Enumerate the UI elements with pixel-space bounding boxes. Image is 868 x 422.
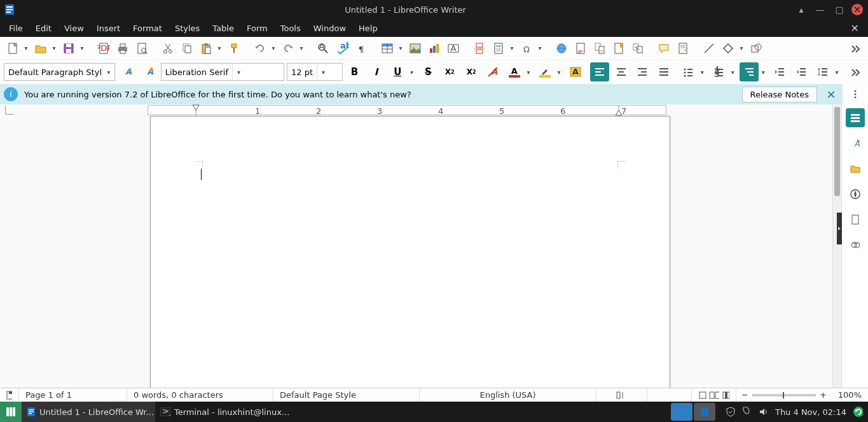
new-style-button[interactable]: A <box>139 62 158 81</box>
new-button[interactable] <box>4 39 22 57</box>
print-button[interactable] <box>114 39 132 57</box>
align-center-button[interactable] <box>612 62 631 81</box>
paste-dropdown[interactable] <box>215 39 224 57</box>
basic-shapes-button[interactable] <box>719 39 737 57</box>
menu-styles[interactable]: Styles <box>169 21 206 36</box>
sidebar-gallery-button[interactable] <box>846 159 865 178</box>
start-menu-button[interactable] <box>0 402 22 422</box>
redo-button[interactable] <box>279 39 297 57</box>
sidebar-style-inspector-button[interactable] <box>846 236 865 255</box>
taskbar-item-terminal[interactable]: >_ Terminal - linuxhint@linux... <box>155 402 289 422</box>
window-close-button[interactable]: ✕ <box>851 4 863 15</box>
sidebar-collapse-handle[interactable] <box>837 213 842 244</box>
document-viewport[interactable] <box>0 116 832 388</box>
paragraph-style-arrow[interactable] <box>102 64 114 80</box>
zoom-out-button[interactable]: − <box>741 390 748 400</box>
insert-cross-reference-button[interactable] <box>629 39 647 57</box>
tray-running-app[interactable] <box>694 403 715 421</box>
undo-dropdown[interactable] <box>269 39 278 57</box>
font-name-combo[interactable]: Liberation Serif <box>161 63 284 81</box>
page-style-indicator[interactable]: Default Page Style <box>273 388 420 402</box>
menu-file[interactable]: File <box>3 21 29 36</box>
save-status-icon[interactable] <box>0 388 19 402</box>
track-changes-button[interactable] <box>674 39 692 57</box>
spellcheck-button[interactable]: abc <box>333 39 351 57</box>
insert-symbol-dropdown[interactable] <box>535 39 544 57</box>
tray-shield-icon[interactable] <box>726 407 736 417</box>
insert-image-button[interactable] <box>406 39 424 57</box>
insert-textbox-button[interactable]: A <box>444 39 462 57</box>
paragraph-style-combo[interactable]: Default Paragraph Styl <box>4 63 115 81</box>
insert-page-break-button[interactable] <box>471 39 488 57</box>
tray-volume-icon[interactable] <box>759 407 769 417</box>
tray-clipboard-icon[interactable] <box>742 407 752 417</box>
basic-shapes-dropdown[interactable] <box>737 39 746 57</box>
subscript-button[interactable]: X2 <box>462 62 481 81</box>
highlight-color-dropdown[interactable] <box>555 62 563 81</box>
sidebar-styles-button[interactable]: A <box>846 134 865 153</box>
undo-button[interactable] <box>251 39 269 57</box>
view-layout[interactable] <box>692 388 736 402</box>
window-maximize-button[interactable]: ▢ <box>830 0 849 19</box>
insert-endnote-button[interactable] <box>591 39 609 57</box>
outline-list-dropdown[interactable] <box>759 62 768 81</box>
save-button[interactable] <box>60 39 78 57</box>
numbered-list-dropdown[interactable] <box>728 62 737 81</box>
numbered-list-button[interactable]: 123 <box>709 62 728 81</box>
document-close-button[interactable]: ✕ <box>844 22 865 34</box>
insert-table-dropdown[interactable] <box>396 39 405 57</box>
sidebar-navigator-button[interactable] <box>846 185 865 204</box>
word-count[interactable]: 0 words, 0 characters <box>127 388 273 402</box>
zoom-in-button[interactable]: + <box>820 390 827 400</box>
window-ontop-button[interactable]: ▴ <box>792 0 811 19</box>
character-dialog-button[interactable]: A <box>566 62 585 81</box>
line-spacing-button[interactable] <box>813 62 832 81</box>
font-color-button[interactable]: A <box>505 62 524 81</box>
menu-table[interactable]: Table <box>206 21 240 36</box>
zoom-percent[interactable]: 100% <box>832 388 868 402</box>
outline-list-button[interactable] <box>740 62 759 81</box>
insert-field-button[interactable] <box>490 39 507 57</box>
menu-format[interactable]: Format <box>127 21 169 36</box>
bullet-list-button[interactable] <box>679 62 698 81</box>
tray-update-icon[interactable] <box>853 407 863 417</box>
menu-view[interactable]: View <box>58 21 90 36</box>
underline-dropdown[interactable] <box>407 62 416 81</box>
clone-formatting-button[interactable] <box>225 39 243 57</box>
menu-edit[interactable]: Edit <box>29 21 58 36</box>
new-dropdown[interactable] <box>22 39 31 57</box>
page[interactable] <box>150 116 670 388</box>
cut-button[interactable] <box>159 39 177 57</box>
line-spacing-dropdown[interactable] <box>832 62 841 81</box>
insert-table-button[interactable] <box>378 39 396 57</box>
export-pdf-button[interactable]: PDF <box>95 39 113 57</box>
page-indicator[interactable]: Page 1 of 1 <box>19 388 127 402</box>
insert-field-dropdown[interactable] <box>507 39 516 57</box>
sidebar-page-button[interactable] <box>846 210 865 229</box>
menu-tools[interactable]: Tools <box>274 21 307 36</box>
insert-symbol-button[interactable]: Ω <box>518 39 535 57</box>
scrollbar-thumb[interactable] <box>834 107 840 196</box>
insert-comment-button[interactable] <box>655 39 673 57</box>
sidebar-settings-button[interactable] <box>843 84 868 104</box>
tray-clock[interactable]: Thu 4 Nov, 02:14 <box>775 407 846 417</box>
copy-button[interactable] <box>178 39 196 57</box>
menu-form[interactable]: Form <box>240 21 274 36</box>
window-minimize-button[interactable]: — <box>811 0 830 19</box>
bold-button[interactable]: B <box>345 62 364 81</box>
paste-button[interactable] <box>197 39 215 57</box>
menu-window[interactable]: Window <box>307 21 352 36</box>
font-size-combo[interactable]: 12 pt <box>287 63 343 81</box>
toolbar-overflow-button[interactable] <box>846 39 864 57</box>
formatting-overflow-button[interactable] <box>846 63 864 81</box>
align-justify-button[interactable] <box>654 62 673 81</box>
sidebar-properties-button[interactable] <box>846 108 865 127</box>
bullet-list-dropdown[interactable] <box>698 62 706 81</box>
tray-show-desktop[interactable] <box>671 403 692 421</box>
underline-button[interactable]: U <box>388 62 407 81</box>
increase-indent-button[interactable] <box>770 62 789 81</box>
highlight-color-button[interactable] <box>535 62 555 81</box>
italic-button[interactable]: I <box>367 62 386 81</box>
insert-bookmark-button[interactable] <box>610 39 628 57</box>
align-left-button[interactable] <box>590 62 609 81</box>
